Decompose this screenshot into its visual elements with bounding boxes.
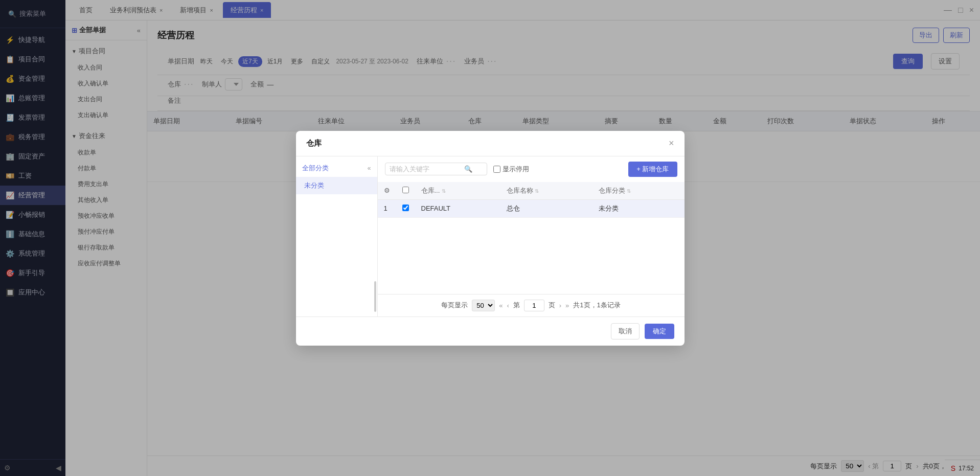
modal-scrollbar[interactable] — [374, 281, 376, 312]
sort-name-icon[interactable]: ⇅ — [535, 188, 539, 194]
sort-category-icon[interactable]: ⇅ — [627, 188, 631, 194]
show-disabled-toggle: 显示停用 — [493, 165, 529, 174]
modal-select-all-checkbox[interactable] — [402, 187, 409, 193]
modal-per-page-select[interactable]: 50 — [472, 300, 495, 311]
search-box: 🔍 — [385, 163, 487, 175]
modal-pagination-bar: 每页显示 50 « ‹ 第 页 › » 共1页，1条记录 — [378, 294, 685, 316]
modal-col-category: 仓库分类 ⇅ — [592, 182, 685, 200]
modal-first-page-icon[interactable]: « — [499, 302, 503, 309]
modal-right-panel: 🔍 显示停用 + 新增仓库 ⚙ — [378, 156, 685, 316]
modal-row-num: 1 — [378, 199, 396, 217]
modal-left-category[interactable]: 全部分类 — [302, 164, 329, 173]
modal-left-item-unclassified[interactable]: 未分类 — [296, 177, 377, 194]
show-disabled-checkbox[interactable] — [493, 166, 500, 173]
cancel-button[interactable]: 取消 — [611, 323, 640, 339]
modal-actions: 取消 确定 — [296, 316, 685, 346]
modal-last-page-icon[interactable]: » — [565, 302, 569, 309]
modal-col-checkbox — [396, 182, 415, 200]
modal-row-code: DEFAULT — [415, 199, 500, 217]
modal-table: ⚙ 仓库... ⇅ 仓库名称 ⇅ — [378, 182, 685, 218]
modal-col-name: 仓库名称 ⇅ — [500, 182, 592, 200]
warehouse-modal: 仓库 × 全部分类 « 未分类 — [296, 131, 685, 346]
modal-table-wrap: ⚙ 仓库... ⇅ 仓库名称 ⇅ — [378, 182, 685, 294]
confirm-button[interactable]: 确定 — [645, 324, 674, 339]
modal-col-code: 仓库... ⇅ — [415, 182, 500, 200]
modal-overlay: 仓库 × 全部分类 « 未分类 — [0, 0, 980, 476]
modal-left-header: 全部分类 « — [296, 162, 377, 177]
modal-close-icon[interactable]: × — [669, 138, 674, 149]
modal-header: 仓库 × — [296, 131, 685, 156]
modal-prev-page-icon[interactable]: ‹ — [507, 302, 509, 309]
modal-left-panel: 全部分类 « 未分类 — [296, 156, 378, 316]
warehouse-search-input[interactable] — [390, 165, 461, 173]
modal-toolbar: 🔍 显示停用 + 新增仓库 — [378, 156, 685, 182]
modal-page-input[interactable] — [524, 300, 544, 311]
modal-page-suffix: 页 — [549, 301, 555, 310]
modal-row-category: 未分类 — [592, 199, 685, 217]
modal-per-page-label: 每页显示 — [441, 301, 468, 310]
modal-col-settings[interactable]: ⚙ — [378, 182, 396, 200]
modal-toolbar-left: 🔍 显示停用 — [385, 163, 529, 175]
add-warehouse-button[interactable]: + 新增仓库 — [628, 162, 677, 177]
search-icon: 🔍 — [464, 165, 472, 173]
modal-total: 共1页，1条记录 — [573, 301, 620, 310]
modal-left-scrollbar-container — [296, 281, 377, 312]
sort-code-icon[interactable]: ⇅ — [442, 188, 446, 194]
modal-row-checkbox-cell — [396, 199, 415, 217]
modal-left-collapse-icon[interactable]: « — [368, 165, 371, 172]
modal-page-label: 第 — [513, 301, 520, 310]
modal-title: 仓库 — [306, 139, 322, 148]
modal-body: 全部分类 « 未分类 🔍 — [296, 156, 685, 316]
modal-next-page-icon[interactable]: › — [559, 302, 561, 309]
modal-left-scroll: 未分类 — [296, 177, 377, 279]
modal-row-name: 总仓 — [500, 199, 592, 217]
show-disabled-label: 显示停用 — [503, 165, 529, 174]
modal-table-row[interactable]: 1 DEFAULT 总仓 未分类 — [378, 199, 685, 217]
modal-row-checkbox[interactable] — [402, 205, 409, 211]
